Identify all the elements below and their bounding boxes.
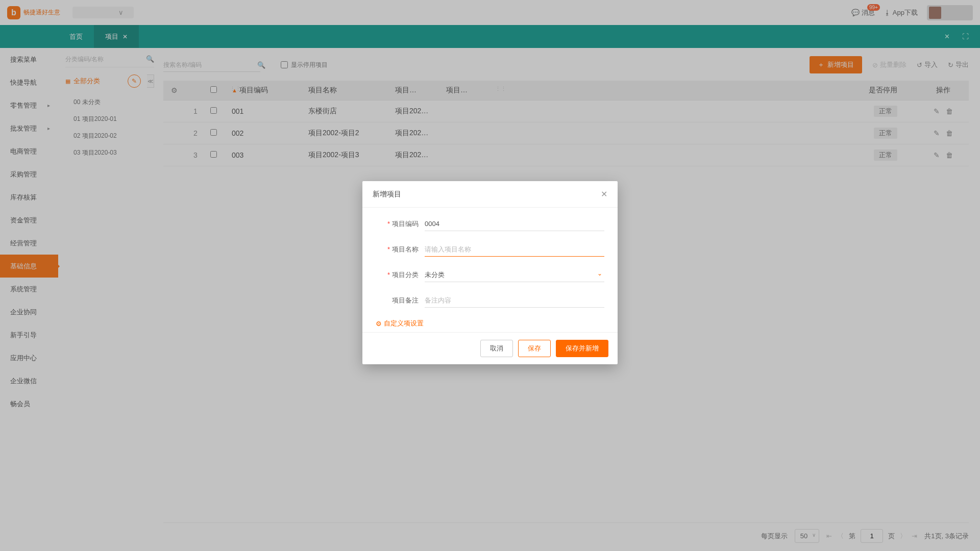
chevron-down-icon: ⌄ — [597, 270, 602, 277]
field-code-input[interactable] — [425, 217, 604, 231]
modal-overlay: 新增项目 ✕ *项目编码 *项目名称 *项目分类 ⌄ — [0, 0, 980, 551]
cancel-button[interactable]: 取消 — [480, 340, 513, 357]
field-name-label: 项目名称 — [392, 245, 419, 253]
field-remark-input[interactable] — [425, 293, 604, 308]
modal-title: 新增项目 — [373, 190, 401, 199]
field-name-input[interactable] — [425, 242, 604, 257]
gear-icon: ⚙ — [376, 320, 382, 328]
save-and-add-button[interactable]: 保存并新增 — [556, 340, 608, 357]
field-code-label: 项目编码 — [392, 220, 419, 228]
field-remark-label: 项目备注 — [392, 296, 419, 304]
modal-close-button[interactable]: ✕ — [601, 189, 607, 199]
custom-fields-link[interactable]: ⚙ 自定义项设置 — [376, 319, 604, 328]
field-category-select[interactable] — [425, 268, 604, 282]
save-button[interactable]: 保存 — [518, 340, 551, 357]
field-category-label: 项目分类 — [392, 271, 419, 279]
add-project-modal: 新增项目 ✕ *项目编码 *项目名称 *项目分类 ⌄ — [362, 181, 618, 364]
